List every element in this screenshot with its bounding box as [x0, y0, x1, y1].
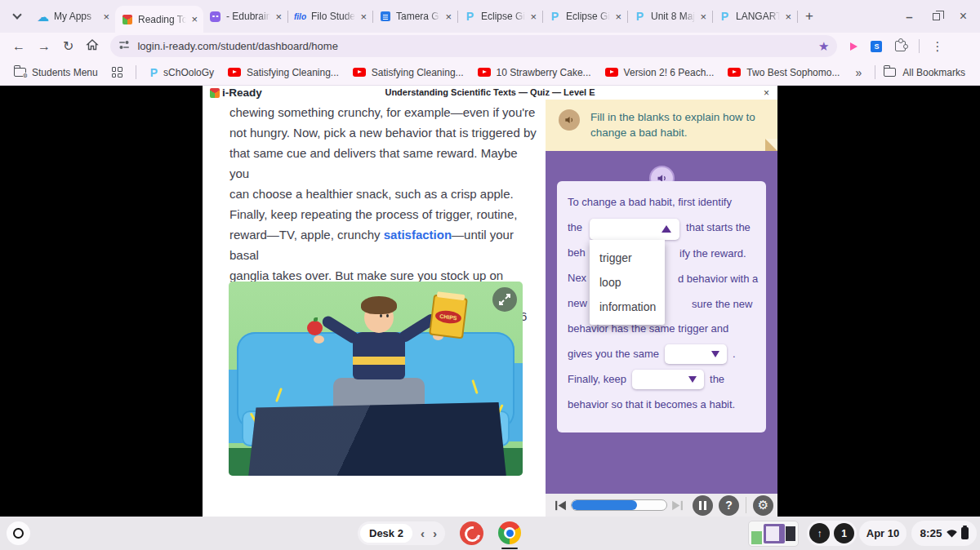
filo-icon: filo	[294, 11, 306, 23]
tab-edubrain[interactable]: - Edubrain ×	[203, 0, 287, 33]
close-tab-icon[interactable]: ×	[530, 11, 537, 22]
chrome-app-icon[interactable]	[498, 521, 521, 544]
cloze-text: d behavior with a	[678, 272, 758, 284]
url-text[interactable]: login.i-ready.com/student/dashboard/home	[137, 40, 811, 52]
tab-langarts[interactable]: P LANGARTS ×	[713, 0, 797, 33]
close-tab-icon[interactable]: ×	[785, 11, 791, 22]
boy	[353, 332, 405, 379]
skip-back-icon[interactable]	[554, 499, 568, 512]
window-preview-thumbnail[interactable]	[748, 521, 799, 547]
prompt-speaker-button[interactable]	[559, 109, 580, 131]
bookmark-yt-5[interactable]: Two Best Sophomo...	[728, 67, 840, 78]
tab-tamera[interactable]: Tamera Gl ×	[373, 0, 457, 33]
home-icon[interactable]	[86, 38, 99, 55]
bookmark-students-menu[interactable]: ⚙ Students Menu	[14, 67, 98, 78]
passage-text-fragment: reward—TV, apple, crunchy	[229, 228, 384, 242]
cloze-text: the	[710, 373, 724, 385]
clock: 8:25	[920, 527, 942, 539]
browser-menu-icon[interactable]: ⋮	[931, 39, 943, 54]
tab-search-button[interactable]	[7, 6, 28, 27]
minimize-icon[interactable]: –	[906, 10, 912, 24]
close-tab-icon[interactable]: ×	[275, 11, 282, 22]
apps-grid-icon[interactable]	[112, 67, 122, 78]
close-tab-icon[interactable]: ×	[700, 11, 706, 22]
dropdown-option-information[interactable]: information	[590, 295, 665, 319]
tab-label: My Apps	[54, 11, 98, 22]
passage-line: chewing something crunchy, for example—e…	[229, 102, 539, 122]
new-tab-button[interactable]: +	[805, 8, 813, 24]
prompt-text: Fill in the blanks to explain how to cha…	[590, 109, 764, 140]
tab-filo[interactable]: filo Filo Stude ×	[288, 0, 372, 33]
extensions-puzzle-icon[interactable]	[895, 41, 906, 51]
restore-icon[interactable]	[933, 13, 940, 20]
cloze-line: To change a bad habit, first identify	[568, 189, 755, 215]
bookmark-schoology[interactable]: P sChOoloGy	[150, 66, 214, 79]
cloze-text: Finally, keep	[568, 373, 626, 385]
desk-next-icon[interactable]: ›	[433, 526, 437, 540]
back-icon[interactable]: ←	[12, 39, 25, 54]
expand-image-button[interactable]	[492, 287, 517, 312]
blank-dropdown-reward[interactable]	[665, 344, 727, 364]
youtube-icon	[353, 68, 366, 77]
tab-strip: ☁ My Apps × Reading To × - Edubrain × fi…	[0, 0, 980, 33]
blank-dropdown-trigger-open[interactable]	[590, 219, 679, 240]
settings-button[interactable]: ⚙	[753, 495, 773, 516]
skip-forward-icon[interactable]	[670, 499, 684, 512]
progress-fill	[572, 500, 637, 510]
television	[248, 402, 506, 476]
battery-icon	[961, 527, 969, 539]
all-bookmarks-label: All Bookmarks	[902, 67, 965, 78]
bookmarks-overflow-icon[interactable]: »	[856, 66, 862, 79]
bookmark-label: Satisfying Cleaning...	[372, 67, 464, 78]
tab-eclipse-1[interactable]: P Eclipse Gi ×	[458, 0, 542, 33]
tab-my-apps[interactable]: ☁ My Apps ×	[31, 0, 115, 33]
tab-label: Filo Stude	[311, 11, 355, 22]
close-tab-icon[interactable]: ×	[615, 11, 621, 22]
desk-prev-icon[interactable]: ‹	[421, 526, 425, 540]
desk-button[interactable]: Desk 2	[360, 524, 412, 543]
tab-reading-active[interactable]: Reading To ×	[115, 6, 203, 33]
notification-area[interactable]: ↑ 1	[807, 521, 857, 546]
blank-dropdown-repeating[interactable]	[632, 370, 704, 389]
tab-eclipse-2[interactable]: P Eclipse Gi ×	[543, 0, 627, 33]
progress-bar[interactable]	[571, 499, 667, 511]
pink-extension-icon[interactable]	[850, 42, 858, 51]
cloze-text: behavior so that it becomes a habit.	[568, 398, 735, 410]
bookmark-yt-3[interactable]: 10 Strawberry Cake...	[478, 67, 591, 78]
sm-extension-icon[interactable]: S	[871, 41, 882, 52]
close-tab-icon[interactable]: ×	[103, 11, 109, 22]
tab-unit8[interactable]: P Unit 8 Maj ×	[628, 0, 712, 33]
quiz-close-icon[interactable]: ×	[764, 87, 769, 99]
tab-label: Eclipse Gi	[481, 11, 525, 22]
status-tray[interactable]: 8:25	[911, 521, 977, 546]
window-close-icon[interactable]: ×	[960, 9, 967, 24]
all-bookmarks-button[interactable]: All Bookmarks	[884, 67, 965, 78]
cloud-icon: ☁	[37, 11, 49, 23]
dropdown-option-loop[interactable]: loop	[590, 270, 665, 295]
vocab-link-satisfaction[interactable]: satisfaction	[384, 228, 452, 242]
date-display[interactable]: Apr 10	[859, 521, 906, 546]
close-tab-icon[interactable]: ×	[191, 14, 198, 24]
bookmark-yt-1[interactable]: Satisfying Cleaning...	[228, 67, 339, 78]
canvas-app-icon[interactable]	[460, 521, 483, 545]
bookmark-yt-4[interactable]: Version 2! 6 Peach...	[605, 67, 715, 78]
forward-icon[interactable]: →	[38, 39, 51, 54]
dropdown-option-trigger[interactable]: trigger	[590, 246, 665, 270]
help-button[interactable]: ?	[719, 495, 739, 516]
launcher-button[interactable]	[7, 521, 30, 545]
reload-icon[interactable]: ↻	[63, 38, 74, 54]
update-icon[interactable]: ↑	[809, 523, 830, 543]
close-tab-icon[interactable]: ×	[360, 11, 367, 22]
tab-label: Unit 8 Maj	[651, 11, 695, 22]
site-settings-icon[interactable]	[118, 39, 130, 54]
cloze-line: gives you the same .	[568, 341, 755, 366]
pause-button[interactable]	[693, 495, 713, 516]
desk-switcher: Desk 2 ‹ ›	[358, 521, 445, 545]
notification-count: 1	[841, 528, 847, 539]
bookmark-yt-2[interactable]: Satisfying Cleaning...	[353, 67, 464, 78]
bookmark-star-icon[interactable]: ★	[818, 39, 829, 54]
address-bar[interactable]: login.i-ready.com/student/dashboard/home…	[110, 35, 837, 57]
close-tab-icon[interactable]: ×	[445, 11, 452, 22]
youtube-icon	[228, 68, 241, 77]
notification-count-badge[interactable]: 1	[834, 523, 854, 543]
